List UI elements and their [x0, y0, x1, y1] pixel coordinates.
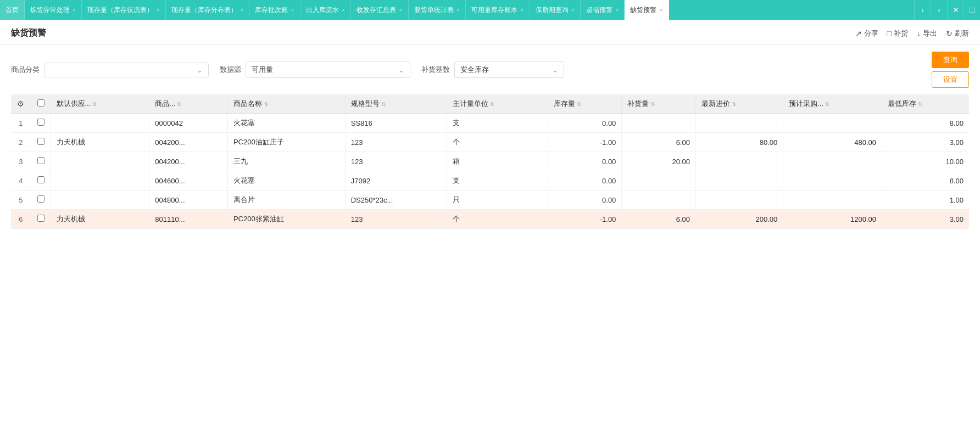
- tab-collect-summary[interactable]: 收发存汇总表×: [351, 0, 408, 20]
- col-sort-icon-replenish_qty[interactable]: ⇅: [650, 101, 655, 107]
- col-checkbox-header[interactable]: [31, 94, 51, 114]
- row-checkbox[interactable]: [37, 138, 44, 145]
- datasource-filter-group: 数据源 可用量 ⌄: [220, 61, 410, 78]
- cell-unit: 支: [447, 171, 548, 191]
- cell-default_supplier: [51, 114, 149, 133]
- tab-close-collect-summary[interactable]: ×: [399, 7, 402, 13]
- tab-label-expiry-query: 保质期查询: [536, 5, 569, 15]
- cell-product_name: PC200张紧油缸: [227, 210, 345, 229]
- col-header-latest_price: 最新进价⇅: [695, 94, 783, 114]
- cell-stock: -1.00: [548, 133, 622, 152]
- gear-icon[interactable]: ⚙: [17, 99, 24, 108]
- tab-demand-stats[interactable]: 要货单统计表×: [409, 0, 466, 20]
- col-sort-icon-min_stock[interactable]: ⇅: [918, 101, 922, 107]
- replenish-action[interactable]: □ 补货: [887, 29, 908, 38]
- tab-overstock[interactable]: 超储预警×: [581, 0, 625, 20]
- cell-index: 1: [11, 114, 31, 133]
- row-checkbox[interactable]: [37, 195, 44, 203]
- col-sort-icon-product_name[interactable]: ⇅: [264, 101, 268, 107]
- tab-expiry-query[interactable]: 保质期查询×: [530, 0, 581, 20]
- tab-close-inventory-dist[interactable]: ×: [240, 7, 243, 13]
- share-icon: ↗: [855, 29, 862, 38]
- cell-checkbox[interactable]: [31, 114, 51, 133]
- col-header-unit: 主计量单位⇅: [447, 94, 548, 114]
- cell-product_name: PC200油缸庄子: [227, 133, 345, 152]
- cell-checkbox[interactable]: [31, 133, 51, 152]
- cell-product_code: 004200...: [149, 133, 228, 152]
- tab-inventory-dist[interactable]: 现存量（库存分布表）×: [166, 0, 249, 20]
- row-checkbox[interactable]: [37, 119, 44, 126]
- tab-close-overstock[interactable]: ×: [615, 7, 619, 13]
- cell-latest_price: [695, 171, 783, 191]
- select-all-checkbox[interactable]: [37, 99, 44, 107]
- cell-replenish_qty: 6.00: [622, 210, 696, 229]
- cell-estimated_purchase: [783, 171, 882, 191]
- tab-close-avail-ledger[interactable]: ×: [520, 7, 524, 13]
- category-select-arrow: ⌄: [197, 66, 203, 74]
- row-checkbox[interactable]: [37, 215, 44, 222]
- col-header-replenish_qty: 补货量⇅: [622, 94, 696, 114]
- col-header-label-unit: 主计量单位: [453, 99, 488, 108]
- tab-close-demand-stats[interactable]: ×: [456, 7, 460, 13]
- cell-checkbox[interactable]: [31, 152, 51, 171]
- share-action[interactable]: ↗ 分享: [855, 29, 878, 38]
- category-select[interactable]: ⌄: [44, 63, 209, 77]
- col-sort-icon-estimated_purchase[interactable]: ⇅: [825, 101, 829, 107]
- col-sort-icon-unit[interactable]: ⇅: [490, 101, 494, 107]
- col-sort-icon-latest_price[interactable]: ⇅: [732, 101, 736, 107]
- cell-spec: SS816: [345, 114, 447, 133]
- tab-exception[interactable]: 炼货异常处理×: [25, 0, 82, 20]
- tab-label-demand-stats: 要货单统计表: [414, 5, 454, 15]
- tab-prev-btn[interactable]: ‹: [914, 0, 931, 20]
- tab-inventory-status[interactable]: 现存量（库存状况表）×: [82, 0, 165, 20]
- cell-latest_price: 80.00: [695, 133, 783, 152]
- category-filter-group: 商品分类 ⌄: [11, 63, 209, 77]
- tab-maximize-btn[interactable]: □: [964, 0, 980, 20]
- tab-close-exception[interactable]: ×: [73, 7, 76, 13]
- col-sort-icon-spec[interactable]: ⇅: [381, 101, 386, 107]
- cell-unit: 个: [447, 210, 548, 229]
- tab-close-inout-flow[interactable]: ×: [342, 7, 345, 13]
- export-action[interactable]: ↓ 导出: [917, 29, 937, 38]
- col-settings[interactable]: ⚙: [11, 94, 31, 114]
- tab-close-expiry-query[interactable]: ×: [571, 7, 575, 13]
- tab-close-all-btn[interactable]: ✕: [947, 0, 964, 20]
- row-checkbox[interactable]: [37, 176, 44, 183]
- cell-product_code: 004600...: [149, 171, 228, 191]
- tab-batch-account[interactable]: 库存批次账×: [249, 0, 300, 20]
- filter-area: 商品分类 ⌄ 数据源 可用量 ⌄ 补货基数 安全库存 ⌄ 查询 设置: [0, 45, 980, 94]
- cell-estimated_purchase: [783, 114, 882, 133]
- cell-estimated_purchase: 1200.00: [783, 210, 882, 229]
- tab-next-btn[interactable]: ›: [931, 0, 947, 20]
- replenish-base-select[interactable]: 安全库存 ⌄: [454, 61, 564, 78]
- cell-index: 4: [11, 171, 31, 191]
- cell-unit: 只: [447, 191, 548, 210]
- settings-button[interactable]: 设置: [932, 71, 969, 88]
- tab-shortage[interactable]: 缺货预警×: [625, 0, 669, 20]
- tab-inout-flow[interactable]: 出入库流水×: [300, 0, 351, 20]
- cell-product_name: 火花塞: [227, 114, 345, 133]
- tab-close-batch-account[interactable]: ×: [291, 7, 294, 13]
- cell-latest_price: [695, 114, 783, 133]
- tab-avail-ledger[interactable]: 可用量库存账本×: [466, 0, 530, 20]
- cell-checkbox[interactable]: [31, 171, 51, 191]
- tab-home[interactable]: 首页: [0, 0, 25, 20]
- cell-product_name: 火花塞: [227, 171, 345, 191]
- cell-index: 5: [11, 191, 31, 210]
- query-button[interactable]: 查询: [932, 52, 969, 68]
- row-checkbox[interactable]: [37, 157, 44, 164]
- datasource-label: 数据源: [220, 65, 241, 75]
- tab-label-collect-summary: 收发存汇总表: [357, 5, 396, 15]
- header-actions: ↗ 分享 □ 补货 ↓ 导出 ↻ 刷新: [855, 29, 969, 38]
- col-sort-icon-default_supplier[interactable]: ⇅: [92, 101, 97, 107]
- col-sort-icon-product_code[interactable]: ⇅: [177, 101, 181, 107]
- datasource-select[interactable]: 可用量 ⌄: [246, 61, 410, 78]
- refresh-action[interactable]: ↻ 刷新: [946, 29, 969, 38]
- cell-checkbox[interactable]: [31, 210, 51, 229]
- tab-close-shortage[interactable]: ×: [659, 7, 662, 13]
- col-sort-icon-stock[interactable]: ⇅: [577, 101, 581, 107]
- cell-checkbox[interactable]: [31, 191, 51, 210]
- tab-close-inventory-status[interactable]: ×: [156, 7, 159, 13]
- cell-stock: 0.00: [548, 114, 622, 133]
- table-row: 3004200...三九123箱0.0020.0010.00: [11, 152, 969, 171]
